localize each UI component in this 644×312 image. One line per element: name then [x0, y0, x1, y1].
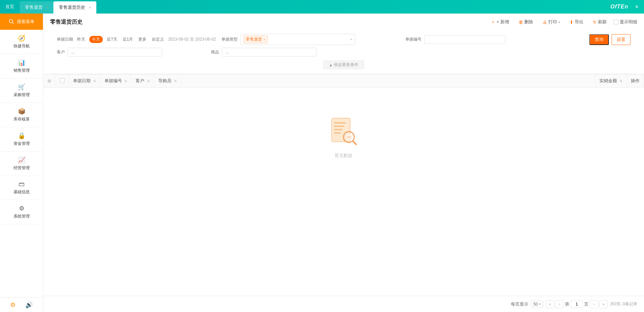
th-action: 操作	[627, 74, 644, 88]
page-word: 第	[565, 301, 569, 307]
date-opt-more[interactable]: 更多	[137, 36, 148, 43]
type-filter-label: 单据类型	[221, 37, 238, 42]
empty-illustration	[327, 115, 360, 149]
show-detail-label-text: 显示明细	[620, 19, 637, 25]
page-size-value: 50	[533, 302, 538, 307]
sidebar-item-base-info[interactable]: 🗃 基础信息	[0, 176, 43, 200]
refresh-icon: ↻	[593, 20, 597, 25]
collapse-btn[interactable]: ▲ 收起更多条件	[323, 61, 364, 69]
page-number-input[interactable]	[571, 300, 583, 308]
page-last-btn[interactable]: »	[599, 300, 607, 308]
sidebar-item-sys-mgmt[interactable]: ⚙ 系统管理	[0, 200, 43, 224]
sidebar-item-finance[interactable]: 🔒 资金管理	[0, 127, 43, 152]
type-tag-label: 零售退货	[246, 37, 262, 42]
speaker-bottom-icon[interactable]: 🔊	[25, 301, 33, 309]
table-settings-icon[interactable]: ⚙	[47, 79, 51, 84]
th-bill-date-sort: ⇅	[93, 79, 96, 83]
th-spacer	[181, 74, 595, 88]
tab-retail-return-history-close[interactable]: ×	[89, 5, 91, 9]
content-area: 零售退货历史 ＋ + 新增 🗑 删除 🖨 打印 ▾	[43, 14, 644, 312]
collapse-icon: ▲	[329, 63, 333, 67]
sidebar-bottom: ⚙ 🔊	[0, 297, 43, 312]
th-customer[interactable]: 客户 ⇅	[132, 74, 154, 88]
sidebar-item-finance-label: 资金管理	[14, 141, 30, 147]
th-guide[interactable]: 导购员 ⇅	[154, 74, 181, 88]
tab-home[interactable]: 首页	[0, 0, 20, 14]
refresh-label: 刷新	[598, 19, 607, 25]
date-opt-custom[interactable]: 自定义	[150, 36, 165, 43]
date-opt-1month[interactable]: 近1月	[121, 36, 135, 43]
bill-no-input[interactable]	[424, 35, 505, 44]
date-opt-today[interactable]: 今天	[89, 36, 103, 43]
sidebar-item-operations[interactable]: 📈 经营管理	[0, 152, 43, 176]
print-btn[interactable]: 🖨 打印 ▾	[540, 18, 563, 26]
collapse-row: ▲ 收起更多条件	[57, 59, 630, 70]
sales-icon: 📊	[18, 59, 25, 66]
sidebar-item-inventory[interactable]: 📦 库存核算	[0, 103, 43, 127]
tab-retail-return-history[interactable]: 零售退货历史 ×	[53, 1, 96, 14]
pagination-bar: 每页显示 50 ▾ « ‹ 第 页 › » 共0页, 0条记录	[43, 296, 644, 312]
query-btn[interactable]: 查询	[589, 34, 609, 45]
type-tag-close[interactable]: ×	[263, 38, 265, 42]
svg-rect-3	[334, 122, 346, 124]
th-customer-label: 客户	[136, 78, 144, 83]
settings-bottom-icon[interactable]: ⚙	[10, 301, 16, 309]
svg-point-8	[345, 134, 352, 140]
top-bar-right: OfTEn ×	[610, 3, 644, 10]
finance-icon: 🔒	[18, 132, 25, 139]
sidebar-item-quick-nav[interactable]: 🧭 快捷导航	[0, 30, 43, 54]
operations-icon: 📈	[18, 156, 25, 164]
svg-rect-4	[334, 126, 344, 127]
empty-state-row: 暂无数据	[43, 88, 644, 186]
tab-retail-return[interactable]: 零售退货 ×	[20, 1, 53, 14]
sidebar-search-label: 搜索菜单	[17, 19, 34, 25]
sidebar-search[interactable]: 搜索菜单	[0, 14, 43, 30]
inventory-icon: 📦	[18, 108, 25, 115]
sidebar-item-sys-mgmt-label: 系统管理	[14, 214, 30, 219]
th-actual-amount-label: 实销金额	[599, 78, 617, 83]
th-bill-date-label: 单据日期	[73, 78, 91, 83]
show-detail-toggle[interactable]: 显示明细	[614, 19, 637, 25]
sidebar-item-sales-label: 销售管理	[14, 68, 30, 73]
page-title: 零售退货历史	[50, 19, 82, 26]
page-first-btn[interactable]: «	[546, 300, 554, 308]
th-bill-date[interactable]: 单据日期 ⇅	[69, 74, 100, 88]
type-filter-select[interactable]: 零售退货 × ▾	[240, 34, 355, 45]
base-info-icon: 🗃	[19, 181, 25, 188]
quick-nav-icon: 🧭	[18, 35, 25, 42]
table-wrapper: ⚙ 单据日期 ⇅ 单据编号 ⇅	[43, 74, 644, 296]
delete-btn[interactable]: 🗑 删除	[516, 18, 536, 26]
new-btn[interactable]: ＋ + 新增	[488, 18, 512, 26]
bill-no-filter-label: 单据编号	[405, 37, 422, 42]
export-icon: ⬆	[570, 20, 573, 25]
sidebar-item-purchase[interactable]: 🛒 采购管理	[0, 79, 43, 103]
delete-label: 删除	[524, 19, 533, 25]
th-bill-no[interactable]: 单据编号 ⇅	[100, 74, 132, 88]
show-detail-checkbox[interactable]	[614, 20, 618, 24]
filter-row-1: 单据日期 昨天 今天 近7天 近1月 更多 自定义 2023-06-02 至 2…	[57, 34, 630, 45]
sidebar: 搜索菜单 🧭 快捷导航 📊 销售管理 🛒 采购管理 📦 库存核算 🔒 资金管理	[0, 14, 43, 312]
empty-text: 暂无数据	[335, 153, 352, 159]
new-label: + 新增	[497, 19, 509, 25]
brand-logo: OfTEn	[610, 4, 628, 10]
settings-btn[interactable]: 设置	[612, 34, 630, 45]
sidebar-item-quick-nav-label: 快捷导航	[14, 43, 30, 49]
date-opt-yesterday[interactable]: 昨天	[76, 36, 87, 43]
sidebar-item-sales[interactable]: 📊 销售管理	[0, 54, 43, 79]
customer-input[interactable]	[68, 48, 162, 57]
close-window-btn[interactable]: ×	[635, 3, 639, 10]
table-select-all-checkbox[interactable]	[60, 78, 65, 83]
date-filter-label: 单据日期	[57, 37, 73, 42]
th-bill-no-sort: ⇅	[124, 79, 127, 83]
th-actual-amount[interactable]: 实销金额 ⇅	[595, 74, 627, 88]
tab-retail-return-close[interactable]: ×	[46, 5, 48, 9]
page-title-row: 零售退货历史 ＋ + 新增 🗑 删除 🖨 打印 ▾	[50, 18, 637, 26]
refresh-btn[interactable]: ↻ 刷新	[590, 18, 610, 26]
page-prev-btn[interactable]: ‹	[555, 300, 564, 308]
export-btn[interactable]: ⬆ 导出	[567, 18, 586, 26]
goods-input[interactable]	[222, 48, 316, 57]
date-opt-7days[interactable]: 近7天	[105, 36, 119, 43]
page-size-selector[interactable]: 50 ▾	[531, 300, 543, 308]
page-next-btn[interactable]: ›	[590, 300, 598, 308]
sidebar-item-operations-label: 经营管理	[14, 165, 30, 171]
